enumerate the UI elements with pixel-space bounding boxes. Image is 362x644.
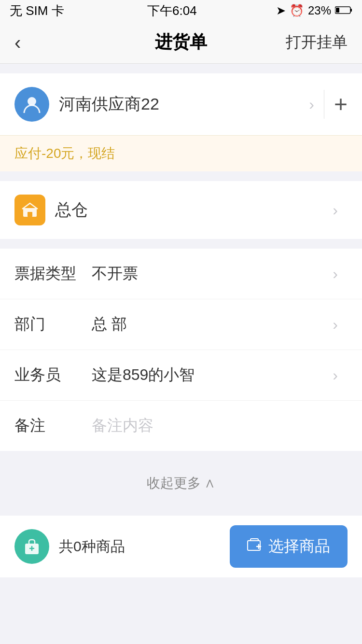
department-value: 总 部 <box>82 314 333 335</box>
remark-label: 备注 <box>14 415 82 436</box>
select-product-button[interactable]: 选择商品 <box>230 525 348 568</box>
product-count-text: 共0种商品 <box>59 537 220 557</box>
battery-text: 23% <box>308 4 331 17</box>
invoice-type-row[interactable]: 票据类型 不开票 › <box>0 249 362 299</box>
alarm-icon: ⏰ <box>290 4 304 17</box>
remark-row[interactable]: 备注 备注内容 <box>0 401 362 451</box>
bottom-bar: 共0种商品 选择商品 <box>0 516 362 577</box>
svg-rect-2 <box>336 8 339 13</box>
time-display: 下午6:04 <box>147 2 197 19</box>
svg-point-3 <box>28 97 36 106</box>
salesperson-value: 这是859的小智 <box>82 364 333 386</box>
collapse-row[interactable]: 收起更多 ∧ <box>0 461 362 506</box>
supplier-name: 河南供应商22 <box>59 93 309 115</box>
open-pending-button[interactable]: 打开挂单 <box>286 32 348 53</box>
invoice-type-value: 不开票 <box>82 263 333 284</box>
salesperson-label: 业务员 <box>14 364 82 386</box>
warehouse-chevron-icon: › <box>333 201 338 219</box>
notice-text: 应付-20元，现结 <box>14 146 115 161</box>
warehouse-icon <box>14 195 45 225</box>
form-card: 票据类型 不开票 › 部门 总 部 › 业务员 这是859的小智 › 备注 备注… <box>0 249 362 451</box>
supplier-row[interactable]: 河南供应商22 › + <box>0 73 362 135</box>
carrier-text: 无 SIM 卡 <box>10 2 64 19</box>
status-right: ➤ ⏰ 23% <box>276 4 352 17</box>
svg-rect-1 <box>350 9 352 12</box>
supplier-chevron-icon: › <box>309 96 314 113</box>
department-chevron-icon: › <box>333 316 338 334</box>
collapse-label: 收起更多 ∧ <box>147 474 216 492</box>
back-button[interactable]: ‹ <box>14 33 21 52</box>
supplier-avatar <box>14 87 49 122</box>
select-product-label: 选择商品 <box>268 536 330 557</box>
location-icon: ➤ <box>276 4 286 17</box>
main-content: 河南供应商22 › + 应付-20元，现结 总仓 › 票据类型 不开票 › <box>0 73 362 577</box>
status-bar: 无 SIM 卡 下午6:04 ➤ ⏰ 23% <box>0 0 362 21</box>
invoice-type-chevron-icon: › <box>333 265 338 283</box>
select-product-icon <box>247 538 263 555</box>
battery-icon <box>335 4 352 17</box>
page-title: 进货单 <box>155 30 207 54</box>
department-row[interactable]: 部门 总 部 › <box>0 299 362 350</box>
salesperson-row[interactable]: 业务员 这是859的小智 › <box>0 350 362 401</box>
notice-bar: 应付-20元，现结 <box>0 135 362 171</box>
add-supplier-button[interactable]: + <box>334 93 348 116</box>
department-label: 部门 <box>14 314 82 335</box>
nav-bar: ‹ 进货单 打开挂单 <box>0 21 362 64</box>
svg-rect-5 <box>28 212 32 217</box>
divider <box>324 90 324 119</box>
status-left: 无 SIM 卡 <box>10 2 68 19</box>
supplier-card: 河南供应商22 › + 应付-20元，现结 <box>0 73 362 171</box>
warehouse-row[interactable]: 总仓 › <box>0 181 362 239</box>
salesperson-chevron-icon: › <box>333 366 338 384</box>
remark-input[interactable]: 备注内容 <box>82 415 348 436</box>
invoice-type-label: 票据类型 <box>14 263 82 284</box>
product-count-icon <box>14 529 49 564</box>
warehouse-label: 总仓 <box>55 199 333 221</box>
